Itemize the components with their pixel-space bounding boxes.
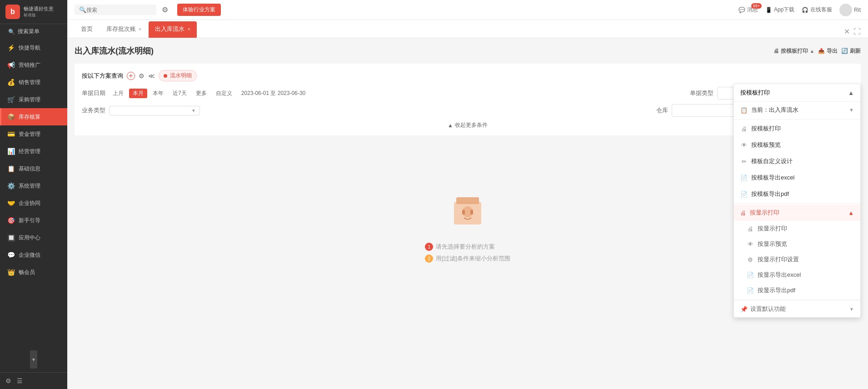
date-range-text: 2023-06-01 至 2023-06-30 — [241, 90, 305, 97]
header-search-input[interactable] — [86, 7, 150, 13]
display-export-pdf-item[interactable]: 📄 按显示导出pdf — [734, 283, 860, 298]
display-print-item[interactable]: 🖨 按显示打印 — [734, 221, 860, 236]
print-arrow: ▲ — [810, 49, 814, 54]
display-section-header[interactable]: 🖨 按显示打印 ▲ — [734, 204, 860, 221]
finance-icon: 💳 — [7, 130, 15, 138]
tab-expand-icon[interactable]: ⛶ — [853, 28, 861, 36]
print-dropdown-panel: 按模板打印 ▲ 📋 当前：出入库流水 ▼ 🖨 按模板打印 👁 按模板预览 ✏ 模… — [733, 84, 861, 318]
sidebar-item-finance[interactable]: 💳 资金管理 — [0, 125, 67, 143]
display-print-settings-item[interactable]: ⚙ 按显示打印设置 — [734, 252, 860, 267]
date-tab-more[interactable]: 更多 — [192, 89, 210, 98]
message-icon: 💬 — [738, 7, 745, 13]
refresh-icon: 🔄 — [841, 48, 848, 54]
template-export-pdf-label: 按模板导出pdf — [751, 190, 789, 198]
export-icon: 📤 — [818, 48, 825, 54]
display-export-pdf-label: 按显示导出pdf — [758, 286, 795, 294]
export-button[interactable]: 📤 导出 — [818, 47, 838, 55]
sidebar-nav: ⚡ 快捷导航 📢 营销推广 💰 销售管理 🛒 采购管理 📦 库存核算 💳 资金管… — [0, 39, 67, 347]
basic-icon: 📋 — [7, 165, 15, 173]
sidebar-item-marketing[interactable]: 📢 营销推广 — [0, 56, 67, 74]
tab-home[interactable]: 首页 — [75, 21, 99, 38]
sidebar-item-label: 畅会员 — [19, 269, 35, 276]
sidebar-item-purchase[interactable]: 🛒 采购管理 — [0, 91, 67, 108]
tab-close-all-icon[interactable]: ✕ — [844, 27, 850, 36]
biz-type-arrow: ▼ — [191, 108, 196, 113]
empty-icon — [445, 188, 490, 234]
logo-icon: b — [5, 5, 20, 19]
tab-inout-flow-close[interactable]: × — [187, 26, 190, 32]
print-button[interactable]: 🖨 按模板打印 ▲ — [773, 47, 814, 55]
sidebar-item-operation[interactable]: 📊 经营管理 — [0, 143, 67, 160]
date-tab-this-month[interactable]: 本月 — [129, 89, 147, 98]
date-tab-7days[interactable]: 近7天 — [169, 89, 190, 98]
refresh-button[interactable]: 🔄 刷新 — [841, 47, 861, 55]
guide-icon: 🎯 — [7, 216, 15, 224]
header-right: 💬 消息 99+ 📱 App下载 🎧 在线客服 Rit — [738, 4, 861, 16]
settings-icon[interactable]: ⚙ — [5, 377, 11, 384]
user-avatar-area[interactable]: Rit — [839, 4, 861, 16]
message-button[interactable]: 💬 消息 99+ — [738, 6, 758, 14]
tab-bar: 首页 库存批次账 × 出入库流水 × ✕ ⛶ — [67, 20, 868, 38]
filter-set-icon[interactable]: ⚙ — [139, 72, 145, 80]
sidebar-item-member[interactable]: 👑 畅会员 — [0, 264, 67, 281]
dropdown-footer[interactable]: 📌 设置默认功能 ▼ — [734, 300, 860, 317]
collapse-menu-icon[interactable]: ☰ — [17, 377, 23, 384]
sidebar-item-system[interactable]: ⚙️ 系统管理 — [0, 177, 67, 194]
filter-collapse-icon[interactable]: ≪ — [148, 72, 155, 80]
sidebar-search[interactable]: 🔍 搜索菜单 — [0, 24, 67, 39]
sidebar-scroll-down[interactable]: ▼ — [30, 350, 37, 369]
sidebar-search-label: 搜索菜单 — [18, 28, 40, 35]
template-print-icon: 🖨 — [740, 125, 748, 132]
date-tabs: 上月 本月 本年 近7天 更多 自定义 — [109, 89, 236, 98]
online-service-button[interactable]: 🎧 在线客服 — [802, 6, 832, 14]
filter-tag: 流水明细 — [159, 70, 197, 81]
dropdown-close-icon[interactable]: ▲ — [848, 90, 854, 96]
sidebar-item-label: 资金管理 — [19, 130, 40, 138]
date-tab-last-month[interactable]: 上月 — [109, 89, 127, 98]
tab-inout-flow[interactable]: 出入库流水 × — [149, 21, 196, 38]
print-icon: 🖨 — [773, 48, 779, 54]
sidebar-item-wechat[interactable]: 💬 企业微信 — [0, 246, 67, 264]
tab-batch-account-close[interactable]: × — [139, 26, 141, 32]
sidebar-item-guide[interactable]: 🎯 新手引导 — [0, 212, 67, 229]
sidebar-item-sales[interactable]: 💰 销售管理 — [0, 74, 67, 91]
display-section-arrow: ▲ — [848, 209, 854, 216]
dropdown-template-export-excel[interactable]: 📄 按模板导出excel — [734, 170, 860, 186]
sidebar-item-cooperation[interactable]: 🤝 企业协同 — [0, 194, 67, 212]
sidebar-item-basic[interactable]: 📋 基础信息 — [0, 160, 67, 177]
marketing-icon: 📢 — [7, 61, 15, 69]
step-1-label: 请先选择要分析的方案 — [436, 241, 495, 253]
header-search-icon: 🔍 — [79, 6, 86, 13]
page-title-area: 出入库流水(流水明细) 🖨 按模板打印 ▲ 📤 导出 🔄 刷新 — [75, 45, 861, 56]
tab-batch-account[interactable]: 库存批次账 × — [100, 21, 148, 38]
member-icon: 👑 — [7, 268, 15, 276]
app-center-icon: 🔲 — [7, 234, 15, 242]
date-tab-this-year[interactable]: 本年 — [149, 89, 167, 98]
sidebar-item-quick-nav[interactable]: ⚡ 快捷导航 — [0, 39, 67, 56]
message-badge: 99+ — [751, 3, 762, 9]
template-preview-label: 按模板预览 — [751, 141, 781, 149]
display-preview-item[interactable]: 👁 按显示预览 — [734, 236, 860, 252]
header-search-box[interactable]: 🔍 — [75, 5, 156, 15]
display-export-excel-item[interactable]: 📄 按显示导出excel — [734, 267, 860, 283]
quick-nav-icon: ⚡ — [7, 44, 15, 52]
display-export-excel-icon: 📄 — [747, 271, 754, 279]
template-preview-icon: 👁 — [740, 141, 748, 149]
dropdown-current[interactable]: 📋 当前：出入库流水 ▼ — [734, 102, 860, 118]
dropdown-template-preview[interactable]: 👁 按模板预览 — [734, 137, 860, 153]
date-label: 单据日期 — [82, 89, 105, 97]
page-body: 出入库流水(流水明细) 🖨 按模板打印 ▲ 📤 导出 🔄 刷新 — [67, 38, 868, 389]
biz-type-select[interactable]: ▼ — [109, 106, 200, 115]
dropdown-template-print[interactable]: 🖨 按模板打印 — [734, 120, 860, 137]
header-gear-icon[interactable]: ⚙ — [162, 5, 168, 14]
app-logo: b 畅捷通好生意 标准版 — [0, 0, 67, 24]
display-preview-label: 按显示预览 — [758, 240, 787, 248]
filter-add-button[interactable]: + — [127, 72, 135, 80]
trial-button[interactable]: 体验行业方案 — [177, 4, 221, 16]
app-download-button[interactable]: 📱 App下载 — [765, 6, 794, 14]
sidebar-item-app-center[interactable]: 🔲 应用中心 — [0, 229, 67, 246]
dropdown-template-custom[interactable]: ✏ 模板自定义设计 — [734, 153, 860, 170]
dropdown-template-export-pdf[interactable]: 📄 按模板导出pdf — [734, 186, 860, 202]
date-tab-custom[interactable]: 自定义 — [212, 89, 236, 98]
sidebar-item-inventory[interactable]: 📦 库存核算 — [0, 108, 67, 125]
